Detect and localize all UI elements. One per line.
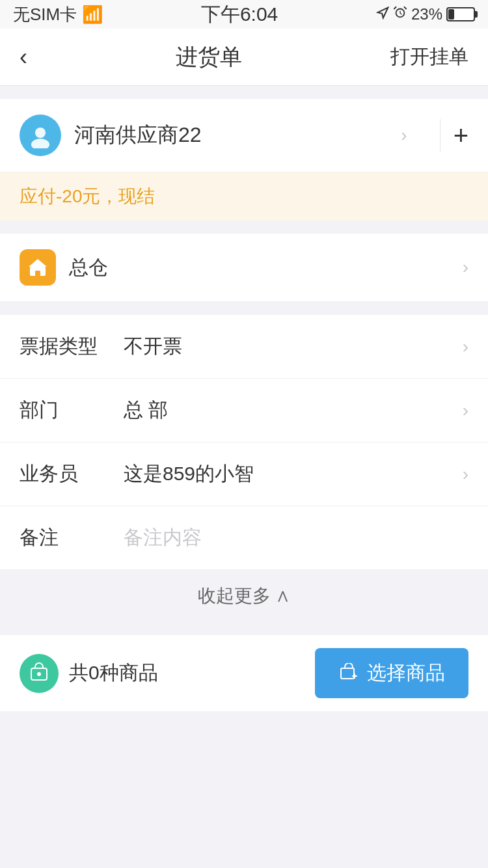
- nav-bar: ‹ 进货单 打开挂单: [0, 29, 488, 86]
- supplier-divider: [440, 119, 441, 152]
- form-section: 票据类型 不开票 › 部门 总 部 › 业务员 这是859的小智 › 备注 备注…: [0, 315, 488, 570]
- remark-row[interactable]: 备注 备注内容: [0, 506, 488, 570]
- department-chevron-icon: ›: [463, 400, 468, 421]
- department-row[interactable]: 部门 总 部 ›: [0, 379, 488, 442]
- warehouse-section: 总仓 ›: [0, 234, 488, 302]
- section-gap-3: [0, 302, 488, 315]
- carrier-label: 无SIM卡: [13, 3, 77, 26]
- supplier-chevron-icon: ›: [401, 125, 407, 146]
- alarm-icon: [393, 5, 407, 23]
- supplier-section: 河南供应商22 › + 应付-20元，现结: [0, 99, 488, 221]
- svg-point-8: [37, 672, 41, 676]
- svg-marker-5: [29, 259, 47, 267]
- invoice-type-chevron-icon: ›: [463, 336, 468, 357]
- salesperson-row[interactable]: 业务员 这是859的小智 ›: [0, 442, 488, 506]
- battery-percent: 23%: [411, 5, 442, 23]
- status-time: 下午6:04: [201, 1, 278, 28]
- salesperson-value: 这是859的小智: [124, 461, 456, 487]
- department-value: 总 部: [124, 397, 456, 424]
- svg-marker-0: [377, 8, 388, 18]
- wifi-icon: 📶: [82, 5, 103, 25]
- svg-rect-6: [35, 271, 40, 276]
- warehouse-icon: [20, 249, 56, 286]
- product-count-area: 共0种商品: [20, 654, 158, 693]
- remark-label: 备注: [20, 524, 124, 551]
- warehouse-row[interactable]: 总仓 ›: [0, 234, 488, 302]
- location-icon: [376, 5, 389, 23]
- bottom-bar: 共0种商品 选择商品: [0, 635, 488, 711]
- select-product-button[interactable]: 选择商品: [315, 648, 468, 698]
- section-gap-2: [0, 221, 488, 234]
- battery-icon: [446, 7, 475, 21]
- supplier-row[interactable]: 河南供应商22 › +: [0, 99, 488, 172]
- department-label: 部门: [20, 397, 124, 424]
- section-gap-1: [0, 86, 488, 99]
- status-right: 23%: [376, 5, 475, 23]
- open-pending-button[interactable]: 打开挂单: [390, 44, 468, 70]
- product-count-text: 共0种商品: [69, 660, 158, 686]
- remark-placeholder[interactable]: 备注内容: [124, 524, 468, 551]
- collapse-bar[interactable]: 收起更多 ∧: [0, 570, 488, 622]
- invoice-type-label: 票据类型: [20, 333, 124, 360]
- product-count-icon: [20, 654, 59, 693]
- salesperson-label: 业务员: [20, 461, 124, 487]
- main-background: [0, 711, 488, 868]
- svg-rect-9: [341, 668, 354, 679]
- supplier-name: 河南供应商22: [74, 121, 401, 150]
- invoice-type-row[interactable]: 票据类型 不开票 ›: [0, 315, 488, 379]
- warehouse-chevron-icon: ›: [463, 257, 468, 278]
- svg-point-2: [35, 128, 46, 138]
- status-left: 无SIM卡 📶: [13, 3, 103, 26]
- notice-bar: 应付-20元，现结: [0, 172, 488, 221]
- back-button[interactable]: ‹: [20, 44, 27, 71]
- svg-point-3: [31, 139, 49, 148]
- status-bar: 无SIM卡 📶 下午6:04 23%: [0, 0, 488, 29]
- supplier-avatar: [20, 115, 61, 156]
- page-title: 进货单: [176, 42, 242, 72]
- salesperson-chevron-icon: ›: [463, 464, 468, 485]
- section-gap-4: [0, 622, 488, 635]
- invoice-type-value: 不开票: [124, 333, 456, 360]
- warehouse-name: 总仓: [69, 254, 456, 281]
- add-supplier-button[interactable]: +: [454, 121, 468, 150]
- select-product-label: 选择商品: [367, 660, 445, 686]
